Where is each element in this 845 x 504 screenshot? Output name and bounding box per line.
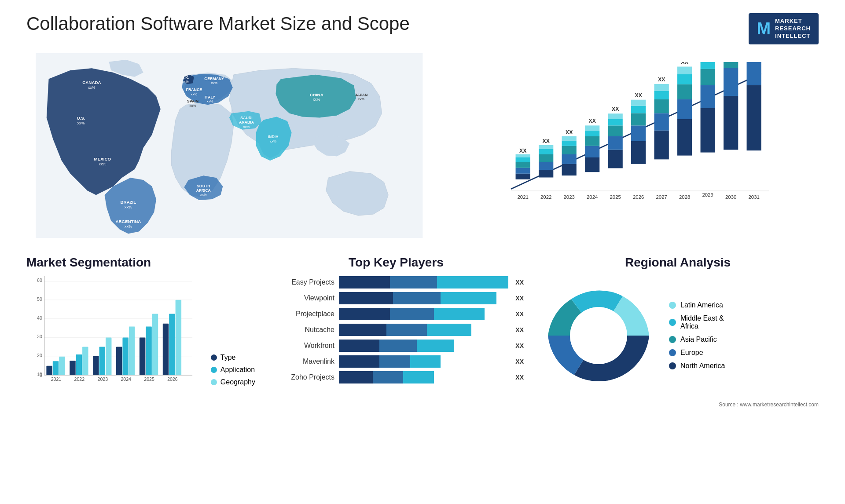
player-bar	[339, 308, 508, 320]
svg-text:xx%: xx%	[182, 80, 189, 84]
svg-text:2021: 2021	[517, 194, 528, 199]
svg-text:BRAZIL: BRAZIL	[121, 200, 136, 205]
regional-legend: Latin America Middle East &Africa Asia P…	[669, 301, 725, 370]
bar-seg1	[339, 292, 393, 304]
player-bar	[339, 292, 508, 304]
bar-seg1	[339, 371, 373, 383]
legend-mea: Middle East &Africa	[669, 314, 725, 330]
player-bar	[339, 371, 508, 383]
seg-svg: 60 50 40 30 20 10	[26, 276, 198, 386]
svg-rect-59	[585, 130, 599, 136]
bar-seg1	[339, 355, 379, 368]
legend-asia-pacific: Asia Pacific	[669, 336, 725, 343]
svg-text:xx%: xx%	[358, 97, 364, 101]
svg-rect-117	[46, 366, 52, 375]
svg-text:XX: XX	[612, 106, 619, 112]
regional-title: Regional Analysis	[537, 256, 819, 270]
svg-point-144	[570, 307, 627, 364]
svg-rect-134	[146, 326, 151, 375]
svg-rect-77	[654, 130, 669, 159]
svg-text:2029: 2029	[702, 192, 713, 197]
svg-rect-45	[539, 149, 553, 154]
svg-text:xx%: xx%	[243, 125, 250, 129]
page-title: Collaboration Software Market Size and S…	[26, 13, 410, 34]
bar-seg2	[373, 371, 403, 383]
player-label: XX	[515, 374, 524, 381]
bar-seg3	[434, 308, 485, 320]
growth-bar-chart-svg: XX 2021 XX 2022	[459, 62, 810, 216]
svg-rect-101	[746, 85, 761, 150]
svg-text:U.S.: U.S.	[77, 116, 85, 121]
bar-seg2	[393, 292, 441, 304]
mea-label: Middle East &Africa	[680, 314, 724, 330]
logo-text: MARKET RESEARCH INTELLECT	[775, 18, 811, 40]
page-container: Collaboration Software Market Size and S…	[0, 0, 845, 504]
player-label: XX	[515, 342, 524, 349]
svg-text:2027: 2027	[656, 194, 667, 199]
player-bar-wrap	[339, 371, 508, 383]
svg-text:2021: 2021	[51, 376, 62, 382]
player-bar-wrap	[339, 355, 508, 368]
svg-text:xx%: xx%	[200, 193, 207, 197]
svg-text:XX: XX	[542, 138, 550, 144]
svg-text:xx%: xx%	[77, 121, 85, 125]
player-row: Mavenlink XX	[268, 355, 524, 368]
svg-text:2022: 2022	[74, 376, 85, 382]
svg-rect-125	[93, 356, 99, 375]
source-text: Source : www.marketresearchintellect.com	[537, 402, 819, 408]
svg-rect-80	[654, 91, 669, 99]
mea-dot	[669, 319, 676, 326]
player-label: XX	[515, 279, 524, 286]
player-label: XX	[515, 310, 524, 318]
bar-seg1	[339, 324, 386, 336]
svg-text:XX: XX	[588, 118, 596, 124]
player-bar-wrap	[339, 308, 508, 320]
bar-seg2	[390, 308, 434, 320]
svg-text:ITALY: ITALY	[205, 95, 215, 99]
svg-rect-39	[515, 154, 530, 157]
svg-rect-85	[677, 99, 692, 119]
svg-rect-135	[152, 314, 158, 375]
svg-text:ARGENTINA: ARGENTINA	[115, 219, 141, 223]
svg-text:CHINA: CHINA	[310, 92, 323, 97]
svg-rect-51	[562, 146, 576, 154]
svg-text:CANADA: CANADA	[82, 80, 101, 85]
svg-rect-84	[677, 119, 692, 155]
svg-rect-97	[724, 96, 738, 150]
svg-rect-88	[677, 66, 692, 74]
svg-text:xx%: xx%	[211, 81, 217, 85]
legend-application-label: Application	[220, 366, 255, 374]
svg-rect-60	[585, 125, 599, 130]
player-bar-wrap	[339, 340, 508, 352]
svg-text:2023: 2023	[98, 376, 108, 382]
svg-text:SAUDI: SAUDI	[240, 116, 252, 120]
svg-rect-93	[700, 69, 715, 85]
svg-rect-53	[562, 136, 576, 141]
player-label: XX	[515, 295, 524, 302]
svg-text:2026: 2026	[167, 376, 178, 382]
svg-text:xx%: xx%	[207, 99, 213, 103]
svg-rect-94	[700, 62, 715, 69]
bar-seg3	[437, 276, 508, 289]
type-dot	[211, 354, 217, 361]
key-players: Top Key Players Easy Projects XX Viewpoi…	[268, 256, 524, 387]
svg-rect-57	[585, 146, 599, 157]
svg-text:60: 60	[37, 278, 42, 283]
svg-rect-79	[654, 99, 669, 113]
legend-geography: Geography	[211, 378, 255, 386]
latin-america-label: Latin America	[680, 301, 723, 309]
svg-rect-66	[608, 119, 622, 125]
bar-seg1	[339, 308, 390, 320]
player-label: XX	[515, 326, 524, 333]
player-row: Easy Projects XX	[268, 276, 524, 289]
svg-text:2028: 2028	[679, 194, 690, 199]
svg-rect-127	[106, 337, 111, 375]
legend-europe: Europe	[669, 349, 725, 357]
north-america-dot	[669, 362, 676, 369]
bar-seg2	[379, 355, 410, 368]
svg-text:2030: 2030	[725, 194, 736, 199]
svg-rect-99	[724, 62, 738, 68]
player-bar-wrap	[339, 324, 508, 336]
svg-rect-63	[608, 150, 622, 168]
players-list: Easy Projects XX Viewpoint	[268, 276, 524, 383]
